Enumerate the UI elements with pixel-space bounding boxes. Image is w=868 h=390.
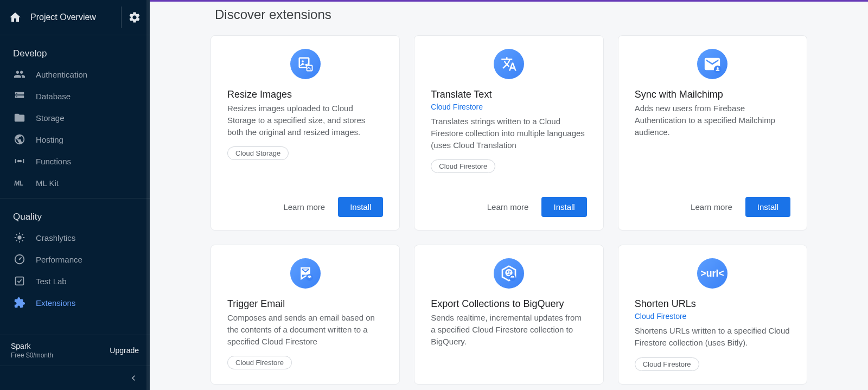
card-title: Resize Images [227, 89, 383, 100]
install-button[interactable]: Install [541, 197, 586, 217]
learn-more-button[interactable]: Learn more [283, 202, 325, 212]
svg-point-7 [17, 235, 21, 239]
home-icon[interactable] [9, 11, 22, 24]
project-overview-link[interactable]: Project Overview [30, 12, 114, 22]
nav-scroll: Develop Authentication Database Storage [0, 35, 150, 335]
sidebar-item-database[interactable]: Database [0, 85, 150, 107]
translate-icon [494, 49, 524, 79]
plan-bar: Spark Free $0/month Upgrade [0, 335, 150, 366]
card-icon-wrap: >url< [635, 258, 790, 289]
svg-point-9 [19, 259, 21, 260]
nav-label: Database [36, 92, 71, 101]
divider [121, 7, 122, 28]
card-actions: Learn more Install [635, 197, 790, 217]
sidebar-item-testlab[interactable]: Test Lab [0, 270, 150, 292]
main-content: Discover extensions Resize Images Resize… [150, 0, 868, 390]
testlab-icon [13, 274, 26, 287]
card-link[interactable]: Cloud Firestore [635, 312, 790, 321]
svg-point-4 [18, 161, 20, 162]
performance-icon [13, 253, 26, 266]
nav-label: Performance [36, 255, 82, 264]
sidebar-top: Project Overview [0, 0, 150, 35]
extension-card: Translate Text Cloud Firestore Translate… [414, 35, 603, 231]
nav-section-develop[interactable]: Develop [0, 35, 150, 63]
svg-text:>url<: >url< [701, 268, 724, 279]
extension-card: Resize Images Resizes images uploaded to… [210, 35, 400, 231]
learn-more-button[interactable]: Learn more [691, 202, 732, 212]
sidebar-item-crashlytics[interactable]: Crashlytics [0, 227, 150, 248]
svg-point-12 [302, 60, 304, 62]
svg-point-18 [309, 277, 310, 278]
svg-point-3 [16, 96, 17, 97]
card-tag: Cloud Firestore [227, 356, 292, 369]
chevron-left-icon[interactable] [128, 373, 139, 383]
card-icon-wrap [431, 49, 586, 79]
gear-icon[interactable] [128, 11, 141, 24]
nav-label: Hosting [36, 135, 63, 144]
folder-icon [13, 111, 26, 124]
card-title: Export Collections to BigQuery [431, 298, 586, 310]
svg-text:ML: ML [14, 180, 23, 187]
page-title: Discover extensions [215, 7, 807, 22]
svg-point-5 [20, 161, 21, 162]
crashlytics-icon [13, 231, 26, 244]
card-tag: Cloud Firestore [431, 159, 495, 173]
extension-card: >url< Shorten URLs Cloud Firestore Short… [618, 245, 807, 385]
extensions-icon [13, 296, 26, 309]
card-description: Resizes images uploaded to Cloud Storage… [227, 103, 383, 138]
plan-price: Free $0/month [11, 351, 53, 359]
card-description: Adds new users from Firebase Authenticat… [635, 103, 790, 138]
bigquery-icon [494, 258, 524, 289]
functions-icon [13, 155, 26, 168]
nav-label: Storage [36, 113, 65, 123]
people-icon [13, 68, 26, 81]
nav-label: Authentication [36, 70, 87, 79]
svg-point-15 [717, 67, 719, 69]
sidebar-item-performance[interactable]: Performance [0, 248, 150, 270]
card-icon-wrap [431, 258, 586, 289]
nav-label: Extensions [36, 298, 75, 308]
svg-point-21 [512, 277, 513, 278]
card-icon-wrap [227, 49, 383, 79]
collapse-bar [0, 366, 150, 390]
install-button[interactable]: Install [745, 197, 790, 217]
sidebar: Project Overview Develop Authentication … [0, 0, 150, 390]
card-tag: Cloud Firestore [635, 357, 699, 371]
mail-icon [697, 49, 727, 79]
sidebar-item-mlkit[interactable]: ML ML Kit [0, 172, 150, 194]
nav-section-quality[interactable]: Quality [0, 199, 150, 227]
image-icon [290, 49, 321, 79]
sidebar-item-extensions[interactable]: Extensions [0, 292, 150, 314]
extension-card: Trigger Email Composes and sends an emai… [210, 245, 400, 385]
upgrade-button[interactable]: Upgrade [110, 346, 139, 355]
database-icon [13, 89, 26, 103]
card-icon-wrap [635, 49, 790, 79]
card-icon-wrap [227, 258, 383, 289]
trigger-mail-icon [290, 258, 321, 289]
card-description: Shortens URLs written to a specified Clo… [635, 325, 790, 349]
plan-info: Spark Free $0/month [11, 342, 53, 359]
sidebar-item-functions[interactable]: Functions [0, 150, 150, 172]
card-title: Sync with Mailchimp [635, 89, 790, 100]
cards-grid: Resize Images Resizes images uploaded to… [210, 35, 807, 385]
card-title: Translate Text [431, 89, 586, 100]
card-tag: Cloud Storage [227, 146, 289, 160]
url-icon: >url< [697, 258, 727, 289]
nav-label: Functions [36, 157, 71, 166]
card-title: Trigger Email [227, 298, 383, 310]
card-description: Translates strings written to a Cloud Fi… [431, 116, 586, 151]
sidebar-item-storage[interactable]: Storage [0, 107, 150, 129]
install-button[interactable]: Install [338, 197, 383, 217]
card-description: Sends realtime, incremental updates from… [431, 312, 586, 347]
learn-more-button[interactable]: Learn more [487, 202, 529, 212]
sidebar-item-authentication[interactable]: Authentication [0, 63, 150, 85]
extension-card: Sync with Mailchimp Adds new users from … [618, 35, 807, 231]
svg-rect-10 [16, 277, 24, 285]
nav-label: Crashlytics [36, 233, 75, 242]
sidebar-item-hosting[interactable]: Hosting [0, 129, 150, 150]
card-actions: Learn more Install [431, 197, 586, 217]
card-link[interactable]: Cloud Firestore [431, 103, 586, 111]
card-actions: Learn more Install [227, 197, 383, 217]
nav-label: ML Kit [36, 178, 59, 188]
mlkit-icon: ML [13, 176, 26, 189]
